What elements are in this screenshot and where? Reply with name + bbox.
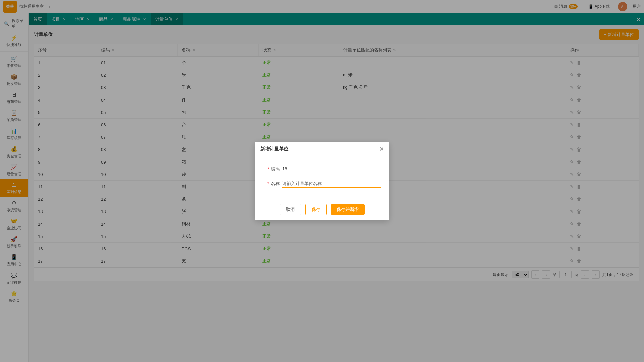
add-unit-modal: 新增计量单位 ✕ * 编码 * 名称 取消 保存 保存并新增 <box>255 142 389 220</box>
required-mark: * <box>267 166 269 171</box>
required-mark: * <box>267 181 269 186</box>
code-input[interactable] <box>282 165 381 173</box>
save-button[interactable]: 保存 <box>305 204 327 215</box>
modal-title: 新增计量单位 <box>260 146 288 152</box>
name-form-row: * 名称 <box>263 180 381 188</box>
code-form-row: * 编码 <box>263 165 381 173</box>
modal-close-button[interactable]: ✕ <box>379 146 384 153</box>
modal-footer: 取消 保存 保存并新增 <box>255 200 389 220</box>
name-input[interactable] <box>282 180 381 188</box>
save-and-new-button[interactable]: 保存并新增 <box>331 204 365 215</box>
name-label: * 名称 <box>263 181 280 187</box>
cancel-button[interactable]: 取消 <box>280 204 301 215</box>
code-label: * 编码 <box>263 166 280 172</box>
modal-body: * 编码 * 名称 <box>255 157 389 200</box>
modal-overlay[interactable]: 新增计量单位 ✕ * 编码 * 名称 取消 保存 保存并新增 <box>0 0 644 362</box>
modal-header: 新增计量单位 ✕ <box>255 142 389 157</box>
